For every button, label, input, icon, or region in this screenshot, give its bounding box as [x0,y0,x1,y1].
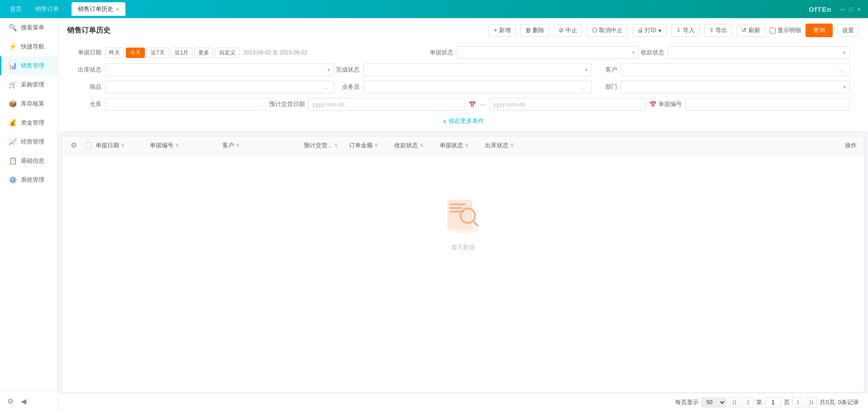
tab-sales-history[interactable]: 销售订单历史 × [72,2,125,16]
warehouse-more-icon[interactable]: … [256,101,265,108]
warehouse-status-select[interactable]: ▾ [105,63,334,76]
th-customer-sort-icon: ⇅ [236,143,240,148]
settings-button-label: 设置 [842,26,854,34]
delivery-date-end[interactable]: yyyy-mm-dd [489,98,646,111]
th-delivery[interactable]: 预计交货... ⇅ [304,141,349,150]
salesperson-more-icon[interactable]: … [578,84,588,91]
customer-filter-label: 客户 [592,66,617,74]
th-payment-sort-icon: ⇅ [420,143,423,148]
order-status-select[interactable]: ▾ [457,46,639,59]
sidebar-settings-icon[interactable]: ⚙ [7,397,14,406]
print-button[interactable]: 🖨 打印 ▾ [633,24,667,37]
date-btn-7days[interactable]: 近7天 [147,48,169,58]
toolbar: + 新增 🗑 删除 ⊘ 中止 ◎ 取消中止 🖨 打印 ▾ [489,24,859,37]
th-checkbox[interactable] [82,142,96,149]
sidebar-item-finance-label: 资金管理 [21,119,44,127]
collapse-btn[interactable]: ∧ 收起更多条件 [441,115,486,127]
th-order-status[interactable]: 单据状态 ⇅ [440,141,485,150]
display-toggle[interactable]: 显示明细 [770,26,801,34]
query-button[interactable]: 查询 [806,24,833,37]
sidebar-collapse-icon[interactable]: ◀ [21,397,26,406]
completion-status-select[interactable]: ▾ [363,63,592,76]
date-range-text: 2023-06-02 至 2023-06-02 [243,49,307,57]
th-amount[interactable]: 订单金额 ⇅ [349,141,394,150]
date-btn-1month[interactable]: 近1月 [171,48,193,58]
import-button[interactable]: ⇩ 导入 [671,24,700,37]
first-page-btn[interactable]: ⟨⟨ [729,397,740,408]
display-toggle-checkbox[interactable] [770,28,776,34]
date-btn-more[interactable]: 更多 [194,48,213,58]
filter-row-1: 单据日期 昨天 今天 近7天 近1月 更多 自定义 2023-06-02 至 2… [76,46,850,59]
tab-sales-order[interactable]: 销售订单 × [29,2,71,16]
delivery-date-label: 预计交货日期 [269,100,305,108]
delete-button[interactable]: 🗑 删除 [520,24,550,37]
customer-more-icon[interactable]: … [836,67,846,73]
table-settings-icon[interactable]: ⚙ [71,141,77,150]
maximize-btn[interactable]: □ [849,6,853,13]
delivery-date-end-calendar-icon[interactable]: 📅 [649,101,657,108]
th-order-status-label: 单据状态 [440,141,463,150]
th-customer[interactable]: 客户 ⇅ [222,141,304,150]
settings-button[interactable]: 设置 [837,24,859,37]
select-all-checkbox[interactable] [86,142,92,149]
warehouse-input[interactable]: … [105,98,269,111]
export-button[interactable]: ⇧ 导出 [704,24,733,37]
department-select[interactable]: ▾ [621,81,850,93]
tab-sales-order-close[interactable]: × [62,6,64,12]
goods-more-icon[interactable]: … [321,84,330,91]
filter-completion-status: 完成状态 ▾ [334,63,592,76]
sidebar-item-system-mgmt[interactable]: ⚙️ 系统管理 [0,170,58,189]
minimize-btn[interactable]: ─ [840,6,844,13]
new-button[interactable]: + 新增 [489,24,515,37]
inventory-icon: 📦 [9,100,17,108]
th-payment-label: 收款状态 [394,141,418,150]
page-number-input[interactable] [765,397,781,408]
print-dropdown-icon[interactable]: ▾ [658,27,662,34]
date-filter-control: 昨天 今天 近7天 近1月 更多 自定义 2023-06-02 至 2023-0… [105,48,428,58]
page-size-select[interactable]: 50 10 20 100 [701,397,726,407]
sidebar-item-sales-mgmt[interactable]: 📊 销售管理 [0,56,58,75]
order-number-input[interactable] [686,98,850,111]
sidebar-item-basic-info[interactable]: 📋 基础信息 [0,151,58,170]
sidebar-item-purchase-mgmt[interactable]: 🛒 采购管理 [0,75,58,94]
sidebar-item-finance[interactable]: 💰 资金管理 [0,113,58,132]
filter-customer: 客户 … [592,63,850,76]
th-settings[interactable]: ⚙ [66,141,82,150]
sidebar-item-search-menu[interactable]: 🔍 搜索菜单 [0,18,58,37]
salesperson-input[interactable]: … [363,81,592,93]
th-warehouse-status[interactable]: 出库状态 ⇅ [485,141,530,150]
close-btn[interactable]: × [857,6,861,13]
th-number[interactable]: 单据编号 ⇅ [150,141,222,150]
refresh-button[interactable]: ↺ 刷新 [737,24,765,37]
customer-input[interactable]: … [621,63,850,76]
delivery-date-start-calendar-icon[interactable]: 📅 [469,101,476,108]
order-status-label: 单据状态 [428,48,453,57]
prev-page-btn[interactable]: ⟨ [743,397,753,408]
system-mgmt-icon: ⚙️ [9,176,17,184]
tab-sales-history-close[interactable]: × [116,6,119,12]
sidebar-item-quick-nav[interactable]: ⚡ 快捷导航 [0,37,58,56]
th-date[interactable]: 单据日期 ⇅ [96,141,150,150]
warehouse-status-arrow-icon: ▾ [327,67,330,73]
filter-row-2: 出库状态 ▾ 完成状态 ▾ 客户 [76,63,850,76]
th-payment[interactable]: 收款状态 ⇅ [394,141,440,150]
sidebar-item-operations[interactable]: 📈 经营管理 [0,132,58,151]
finance-icon: 💰 [9,119,17,127]
stop-button[interactable]: ⊘ 中止 [554,24,582,37]
sidebar-item-quick-nav-label: 快捷导航 [21,43,44,51]
cancel-stop-button[interactable]: ◎ 取消中止 [587,24,628,37]
delivery-date-start[interactable]: yyyy-mm-dd [308,98,465,111]
tab-bar: 首页 销售订单 × 销售订单历史 × [4,2,809,16]
warehouse-status-label: 出库状态 [76,66,101,74]
tab-home[interactable]: 首页 [4,2,28,16]
goods-input[interactable]: … [105,81,334,93]
payment-status-select[interactable]: ▾ [668,46,850,59]
date-btn-today[interactable]: 今天 [126,48,145,58]
sidebar-item-inventory[interactable]: 📦 库存核算 [0,94,58,113]
next-page-btn[interactable]: ⟩ [792,397,803,408]
goods-filter-label: 商品 [76,83,101,91]
last-page-btn[interactable]: ⟩⟩ [806,397,817,408]
date-btn-custom[interactable]: 自定义 [215,48,240,58]
th-order-status-sort-icon: ⇅ [465,143,469,148]
date-btn-yesterday[interactable]: 昨天 [105,48,124,58]
